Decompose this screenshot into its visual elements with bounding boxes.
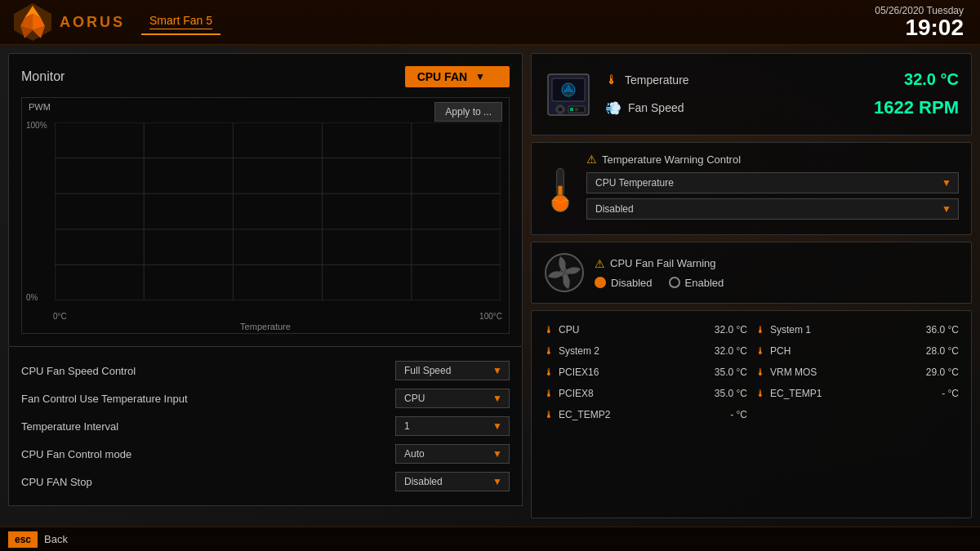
fan-fail-icon xyxy=(544,252,585,293)
fan-fail-title: CPU Fan Fail Warning xyxy=(610,257,716,269)
setting-row-4: CPU FAN Stop Disabled ▼ xyxy=(21,468,510,495)
fanfail-warning-icon: ⚠ xyxy=(595,257,605,270)
sensor-pciex8-name: PCIEX8 xyxy=(559,388,594,399)
sensor-system2-icon: 🌡 xyxy=(544,345,554,357)
dropdown-arrow-icon: ▼ xyxy=(942,177,951,189)
esc-button[interactable]: esc xyxy=(8,531,38,548)
sensor-system2-name: System 2 xyxy=(559,345,599,357)
warning-triangle-icon: ⚠ xyxy=(586,153,597,166)
disabled-label: Disabled xyxy=(611,277,653,289)
fan-speed-row: 💨 Fan Speed 1622 RPM xyxy=(605,93,959,122)
sensor-ectemp1-icon: 🌡 xyxy=(755,388,765,399)
sensor-system1-name: System 1 xyxy=(770,324,811,335)
enabled-label: Enabled xyxy=(685,277,724,289)
chart-header: PWM Apply to ... xyxy=(22,98,509,126)
pc-case-icon xyxy=(544,70,593,119)
fan-speed-control-dropdown[interactable]: Full Speed ▼ xyxy=(395,361,510,380)
fanfail-content: ⚠ CPU Fan Fail Warning Disabled Enabled xyxy=(595,257,959,289)
temperature-interval-dropdown[interactable]: 1 ▼ xyxy=(395,416,510,436)
sensor-system2-value: 32.0 °C xyxy=(715,345,747,357)
aorus-logo-icon xyxy=(12,2,53,42)
sensor-system1-icon: 🌡 xyxy=(755,324,765,335)
monitor-title: Monitor xyxy=(21,69,65,84)
sensor-pch-left: 🌡 PCH xyxy=(755,345,791,357)
sensor-cpu-value: 32.0 °C xyxy=(715,324,747,335)
sensor-cpu-name: CPU xyxy=(559,324,579,335)
main-content: Monitor CPU FAN ▼ PWM Apply to ... 100% … xyxy=(0,45,980,527)
sensor-system2: 🌡 System 2 32.0 °C xyxy=(544,342,747,360)
temp-source-dropdown[interactable]: CPU Temperature ▼ xyxy=(586,172,959,193)
sensor-ectemp1-value: - °C xyxy=(942,388,959,399)
monitor-header: Monitor CPU FAN ▼ xyxy=(21,66,510,87)
sensor-pciex8-icon: 🌡 xyxy=(544,388,554,399)
sensor-system1: 🌡 System 1 36.0 °C xyxy=(755,321,959,339)
setting-label-1: Fan Control Use Temperature Input xyxy=(21,393,188,405)
thermometer-icon: 🌡 xyxy=(605,73,618,87)
sensor-ectemp2-value: - °C xyxy=(730,409,747,420)
temperature-row: 🌡 Temperature 32.0 °C xyxy=(605,66,959,93)
fan-speed-value: 1622 RPM xyxy=(874,97,959,118)
x-min-label: 0°C xyxy=(53,312,67,321)
dropdown-arrow-icon: ▼ xyxy=(492,448,502,460)
setting-label-3: CPU Fan Control mode xyxy=(21,448,131,460)
logo-area: AORUS xyxy=(0,2,125,42)
setting-row-3: CPU Fan Control mode Auto ▼ xyxy=(21,440,510,468)
bottombar: esc Back xyxy=(0,527,980,551)
info-values: 🌡 Temperature 32.0 °C 💨 Fan Speed 1622 R… xyxy=(605,66,959,122)
enabled-radio-indicator xyxy=(669,277,680,288)
thermometer-warning-icon xyxy=(544,165,577,214)
left-panel: Monitor CPU FAN ▼ PWM Apply to ... 100% … xyxy=(8,53,523,518)
enabled-radio[interactable]: Enabled xyxy=(669,277,724,289)
monitor-section: Monitor CPU FAN ▼ PWM Apply to ... 100% … xyxy=(8,53,523,347)
sensor-cpu-icon: 🌡 xyxy=(544,324,554,335)
temp-warning-card: ⚠ Temperature Warning Control CPU Temper… xyxy=(531,142,972,235)
temperature-input-dropdown[interactable]: CPU ▼ xyxy=(395,389,510,408)
x-axis-title: Temperature xyxy=(240,322,291,331)
sensor-pciex16-icon: 🌡 xyxy=(544,367,554,378)
warning-content: ⚠ Temperature Warning Control CPU Temper… xyxy=(586,153,959,224)
fan-settings-section: CPU Fan Speed Control Full Speed ▼ Fan C… xyxy=(8,347,523,506)
fan-stop-dropdown[interactable]: Disabled ▼ xyxy=(395,472,510,491)
sensor-pciex8-left: 🌡 PCIEX8 xyxy=(544,388,594,399)
dropdown-arrow-icon: ▼ xyxy=(942,203,951,215)
temp-action-dropdown[interactable]: Disabled ▼ xyxy=(586,198,959,220)
dropdown-arrow-icon: ▼ xyxy=(492,393,502,404)
sensor-ectemp1: 🌡 EC_TEMP1 - °C xyxy=(755,384,959,402)
sensor-pciex16-name: PCIEX16 xyxy=(559,367,599,378)
svg-rect-24 xyxy=(575,108,578,111)
svg-point-21 xyxy=(558,107,563,112)
cpu-fan-dropdown[interactable]: CPU FAN ▼ xyxy=(405,66,510,87)
sensor-system2-left: 🌡 System 2 xyxy=(544,345,599,357)
fan-speed-icon: 💨 xyxy=(605,100,621,116)
sensor-ectemp2: 🌡 EC_TEMP2 - °C xyxy=(544,406,747,424)
sensor-pch-value: 28.0 °C xyxy=(926,345,959,357)
sensor-system1-value: 36.0 °C xyxy=(926,324,959,335)
fan-control-mode-dropdown[interactable]: Auto ▼ xyxy=(395,444,510,464)
setting-label-4: CPU FAN Stop xyxy=(21,476,92,488)
y-axis-label: PWM xyxy=(29,102,51,112)
sensor-cpu: 🌡 CPU 32.0 °C xyxy=(544,321,747,339)
time-display: 19:02 xyxy=(875,16,964,39)
apply-to-button[interactable]: Apply to ... xyxy=(434,102,502,122)
dropdown-arrow-icon: ▼ xyxy=(492,420,502,432)
sensor-vrmmos-icon: 🌡 xyxy=(755,367,765,378)
sensor-pciex8: 🌡 PCIEX8 35.0 °C xyxy=(544,384,747,402)
dropdown-arrow-icon: ▼ xyxy=(492,365,502,376)
sensor-vrmmos-value: 29.0 °C xyxy=(926,367,959,378)
sensor-ectemp1-name: EC_TEMP1 xyxy=(770,388,822,399)
fanfail-radio-group: Disabled Enabled xyxy=(595,277,959,289)
temp-fan-card: 🌡 Temperature 32.0 °C 💨 Fan Speed 1622 R… xyxy=(531,53,972,136)
sensors-grid: 🌡 CPU 32.0 °C 🌡 System 1 36.0 °C 🌡 xyxy=(544,321,959,424)
disabled-radio[interactable]: Disabled xyxy=(595,277,653,289)
sensor-pciex16-value: 35.0 °C xyxy=(715,367,747,378)
y-min-label: 0% xyxy=(26,293,38,302)
smart-fan-tab[interactable]: Smart Fan 5 xyxy=(141,10,220,35)
temperature-value: 32.0 °C xyxy=(904,70,959,89)
dropdown-arrow-icon: ▼ xyxy=(475,71,485,82)
svg-rect-23 xyxy=(570,108,573,111)
sensor-vrmmos-name: VRM MOS xyxy=(770,367,817,378)
fan-fail-card: ⚠ CPU Fan Fail Warning Disabled Enabled xyxy=(531,242,972,304)
sensor-pch-icon: 🌡 xyxy=(755,345,765,357)
datetime-display: 05/26/2020 Tuesday 19:02 xyxy=(875,5,964,39)
x-max-label: 100°C xyxy=(479,312,502,321)
